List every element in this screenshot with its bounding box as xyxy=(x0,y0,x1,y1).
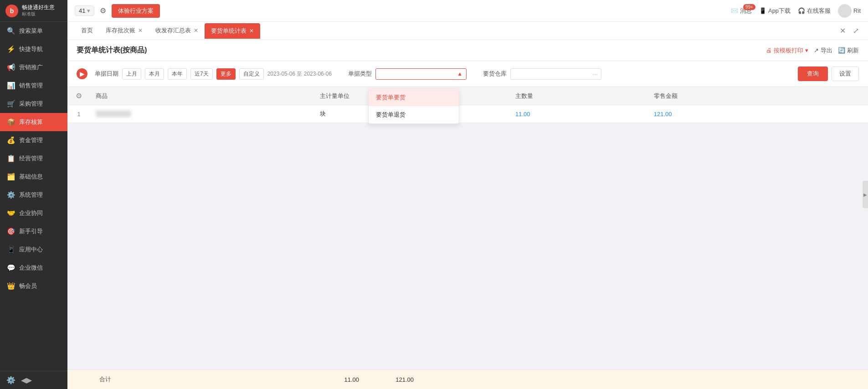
dropdown-option-order-return[interactable]: 要货单退货 xyxy=(369,106,459,123)
settings-bottom-icon[interactable]: ⚙️ xyxy=(6,376,15,384)
sidebar-item-label: 企业协同 xyxy=(19,209,43,217)
logo-icon: b xyxy=(5,5,18,17)
expand-filter-button[interactable]: ▶ xyxy=(77,68,87,79)
table-footer: 合计 11.00 121.00 xyxy=(67,369,868,389)
warehouse-filter-label: 要货仓库 xyxy=(483,70,507,78)
sidebar: b 畅捷通好生意 标准版 🔍 搜索菜单 ⚡ 快捷导航 📢 营销推广 📊 销售管理… xyxy=(0,0,67,389)
tab-actions: ✕ ⤢ xyxy=(838,25,861,37)
tab-home[interactable]: 首页 xyxy=(75,23,99,39)
sidebar-item-system[interactable]: ⚙️ 系统管理 xyxy=(0,186,67,204)
sidebar-item-marketing[interactable]: 📢 营销推广 xyxy=(0,58,67,77)
operation-icon: 📋 xyxy=(6,154,15,163)
col-settings-header[interactable]: ⚙ xyxy=(67,87,90,105)
messages-badge: 99+ xyxy=(743,4,755,10)
user-avatar-item[interactable]: Rit xyxy=(838,4,861,18)
topbar-right: ✉️ 消息 99+ 📱 App下载 🎧 在线客服 Rit xyxy=(731,4,861,18)
date-btn-last-month[interactable]: 上月 xyxy=(122,68,141,80)
wechat-icon: 💬 xyxy=(6,263,15,272)
export-button[interactable]: ↗ 导出 xyxy=(814,46,832,55)
tab-inventory-batch[interactable]: 库存批次账 ✕ xyxy=(99,23,149,39)
sidebar-item-operation[interactable]: 📋 经营管理 xyxy=(0,149,67,168)
sidebar-item-label: 新手引导 xyxy=(19,227,43,235)
trial-button[interactable]: 体验行业方案 xyxy=(112,4,160,18)
sidebar-item-label: 系统管理 xyxy=(19,191,43,199)
filter-settings-button[interactable]: 设置 xyxy=(832,67,859,81)
tab-inventory-batch-label: 库存批次账 xyxy=(106,26,135,35)
app-download-label: App下载 xyxy=(768,7,791,15)
sidebar-item-wechat[interactable]: 💬 企业微信 xyxy=(0,259,67,277)
sidebar-item-member[interactable]: 👑 畅会员 xyxy=(0,277,67,295)
page-header: 要货单统计表(按商品) 🖨 按模板打印 ▾ ↗ 导出 🔄 刷新 xyxy=(67,40,868,61)
tab-order-summary[interactable]: 要货单统计表 ✕ xyxy=(205,23,260,39)
sidebar-scroll: 🔍 搜索菜单 ⚡ 快捷导航 📢 营销推广 📊 销售管理 🛒 采购管理 📦 库存核… xyxy=(0,22,67,371)
table-header-row: ⚙ 商品 主计量单位 主数量 零售金额 xyxy=(67,87,868,105)
col-quantity-header: 主数量 xyxy=(510,87,648,105)
member-icon: 👑 xyxy=(6,282,15,291)
sidebar-item-label: 基础信息 xyxy=(19,173,43,181)
sidebar-item-sales[interactable]: 📊 销售管理 xyxy=(0,77,67,95)
marketing-icon: 📢 xyxy=(6,63,15,72)
sidebar-item-finance[interactable]: 💰 资金管理 xyxy=(0,131,67,149)
maximize-button[interactable]: ⤢ xyxy=(851,25,861,37)
tab-home-label: 首页 xyxy=(81,26,93,35)
table-container: ⚙ 商品 主计量单位 主数量 零售金额 1 商品名称数据 块 xyxy=(67,87,868,123)
warehouse-select-value xyxy=(514,71,578,77)
logo-sub: 标准版 xyxy=(22,11,55,17)
date-btn-this-year[interactable]: 本年 xyxy=(168,68,187,80)
user-avatar xyxy=(838,4,852,18)
sidebar-item-label: 畅会员 xyxy=(19,282,37,290)
printer-icon: 🖨 xyxy=(766,47,772,54)
sidebar-item-inventory[interactable]: 📦 库存核算 xyxy=(0,113,67,131)
quicknav-icon: ⚡ xyxy=(6,45,15,54)
tab-receive-summary-close[interactable]: ✕ xyxy=(194,27,198,34)
topbar-settings-icon[interactable]: ⚙ xyxy=(100,6,106,15)
refresh-button[interactable]: 🔄 刷新 xyxy=(838,46,859,55)
appstore-icon: 📱 xyxy=(6,245,15,254)
query-button[interactable]: 查询 xyxy=(798,67,828,81)
row-extra xyxy=(815,105,868,123)
sidebar-bottom: ⚙️ ◀▶ xyxy=(0,371,67,389)
print-button[interactable]: 🖨 按模板打印 ▾ xyxy=(766,46,808,55)
date-btn-7days[interactable]: 近7天 xyxy=(190,68,213,80)
row-goods: 商品名称数据 xyxy=(90,105,314,123)
print-dropdown-icon: ▾ xyxy=(805,47,808,54)
sidebar-item-purchase[interactable]: 🛒 采购管理 xyxy=(0,95,67,113)
right-collapse-handle[interactable]: ▶ xyxy=(863,181,868,208)
system-icon: ⚙️ xyxy=(6,190,15,200)
dropdown-option-order-goods[interactable]: 要货单要货 xyxy=(369,89,459,106)
date-btn-custom[interactable]: 自定义 xyxy=(239,68,264,80)
headset-icon: 🎧 xyxy=(798,7,805,14)
date-range-display: 2023-05-06 至 2023-06-06 xyxy=(267,70,332,78)
sidebar-item-label: 经营管理 xyxy=(19,154,43,163)
tab-receive-summary-label: 收发存汇总表 xyxy=(155,26,191,35)
dropdown-arrow-icon: ▾ xyxy=(87,7,90,14)
sidebar-item-label: 库存核算 xyxy=(19,118,43,126)
row-goods-value: 商品名称数据 xyxy=(96,110,131,117)
tab-order-summary-close[interactable]: ✕ xyxy=(249,28,254,34)
footer-label: 合计 xyxy=(77,375,168,384)
close-all-tabs-button[interactable]: ✕ xyxy=(838,25,847,37)
tab-inventory-batch-close[interactable]: ✕ xyxy=(138,27,143,34)
messages-item[interactable]: ✉️ 消息 99+ xyxy=(731,7,752,15)
row-quantity: 11.00 xyxy=(510,105,648,123)
sidebar-item-label: 企业微信 xyxy=(19,264,43,272)
sidebar-item-enterprise[interactable]: 🤝 企业协同 xyxy=(0,204,67,222)
page-title: 要货单统计表(按商品) xyxy=(77,46,147,55)
type-select[interactable]: ▲ xyxy=(375,68,467,80)
warehouse-select[interactable]: ··· xyxy=(510,68,601,80)
tab-receive-summary[interactable]: 收发存汇总表 ✕ xyxy=(149,23,205,39)
sidebar-item-guide[interactable]: 🎯 新手引导 xyxy=(0,222,67,241)
app-download-item[interactable]: 📱 App下载 xyxy=(759,7,791,15)
service-item[interactable]: 🎧 在线客服 xyxy=(798,7,831,15)
sidebar-item-search[interactable]: 🔍 搜索菜单 xyxy=(0,22,67,40)
date-btn-more[interactable]: 更多 xyxy=(216,68,236,80)
sidebar-item-basic[interactable]: 🗂️ 基础信息 xyxy=(0,168,67,186)
sidebar-item-appstore[interactable]: 📱 应用中心 xyxy=(0,241,67,259)
sidebar-logo: b 畅捷通好生意 标准版 xyxy=(0,0,67,22)
sidebar-item-label: 快捷导航 xyxy=(19,45,43,53)
collapse-icon[interactable]: ◀▶ xyxy=(21,376,32,384)
warehouse-filter-group: 要货仓库 ··· xyxy=(483,68,601,80)
date-btn-this-month[interactable]: 本月 xyxy=(145,68,164,80)
tab-order-summary-label: 要货单统计表 xyxy=(211,27,247,35)
sidebar-item-quicknav[interactable]: ⚡ 快捷导航 xyxy=(0,40,67,58)
